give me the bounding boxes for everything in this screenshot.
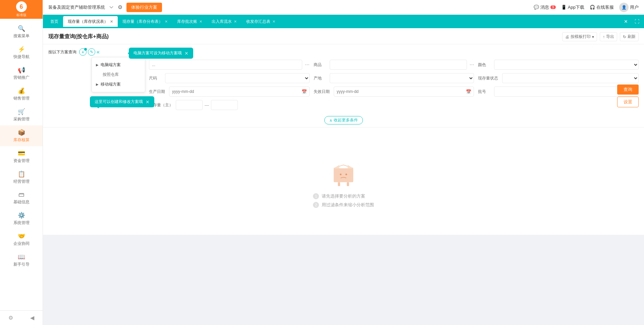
tooltip1-close[interactable]: ✕ (184, 51, 189, 56)
sidebar-bottom: ⚙ ◀ (0, 310, 43, 325)
app-download-item[interactable]: 📱 App下载 (561, 4, 584, 10)
filter-size: 尺码 (149, 73, 310, 83)
production-date-calendar-icon[interactable]: 📅 (302, 89, 307, 94)
sidebar-item-inventory[interactable]: 📦 库存核算 (0, 125, 43, 146)
goods-input[interactable] (330, 60, 467, 70)
sidebar-item-basic-info[interactable]: 🗃 基础信息 (0, 188, 43, 208)
topbar-right: 💬 消息 9 📱 App下载 🎧 在线客服 👤 用户 (534, 3, 639, 12)
svg-rect-0 (334, 168, 353, 182)
step-num-2: 2 (313, 202, 319, 208)
sidebar-item-marketing[interactable]: 📢 营销推广 (0, 63, 43, 84)
color-select[interactable] (494, 60, 639, 70)
app-download-label: App下载 (568, 4, 584, 10)
sidebar-item-label: 库存核算 (13, 137, 30, 143)
goods-more-icon[interactable]: ··· (470, 62, 474, 68)
quick-nav-icon: ⚡ (18, 46, 25, 53)
tab-inventory-status[interactable]: 现存量（库存状况表） ✕ (63, 16, 118, 27)
schema-sub-item[interactable]: 按照仓库 (92, 70, 145, 79)
tab-close-batch-ledger[interactable]: ✕ (199, 19, 202, 24)
warehouse-more-icon[interactable]: ··· (305, 62, 309, 68)
svg-point-1 (340, 174, 341, 175)
sidebar-item-finance[interactable]: 💳 资金管理 (0, 146, 43, 167)
sidebar-item-system[interactable]: ⚙️ 系统管理 (0, 208, 43, 229)
export-btn[interactable]: ↑ 导出 (600, 32, 617, 41)
collapse-label: 收起更多条件 (334, 117, 358, 123)
collapse-btn[interactable]: ∧ 收起更多条件 (324, 116, 363, 124)
sidebar-item-management[interactable]: 📋 经营管理 (0, 167, 43, 188)
export-label: 导出 (606, 34, 614, 40)
logo-icon: 6 (16, 1, 27, 12)
tab-inventory-dist[interactable]: 现存量（库存分布表） ✕ (118, 16, 172, 27)
content-inner: 现存量查询(按仓库+商品) 🖨 按模板打印 ▾ ↑ 导出 ↻ 刷新 (43, 28, 644, 235)
warehouse-input[interactable] (149, 60, 302, 70)
tooltip2-close[interactable]: ✕ (146, 99, 150, 105)
tab-batch-ledger[interactable]: 库存批次账 ✕ (172, 16, 207, 27)
tab-collect-summary-label: 收发存汇总表 (246, 19, 270, 24)
topbar-settings-icon[interactable]: ⚙ (118, 4, 122, 10)
close-all-tabs-btn[interactable]: ✕ (622, 18, 630, 25)
back-arrow-btn[interactable]: « (97, 49, 100, 55)
origin-label: 产地 (314, 75, 327, 81)
filter-section-label: 按以下方案查询 (48, 49, 76, 55)
svg-rect-3 (338, 182, 340, 186)
chevron-up-icon: ∧ (329, 118, 332, 123)
add-schema-btn[interactable]: + (79, 48, 87, 56)
tab-close-inventory-status[interactable]: ✕ (110, 19, 113, 24)
reset-btn[interactable]: 设置 (617, 97, 639, 107)
online-support-item[interactable]: 🎧 在线客服 (590, 4, 614, 10)
size-select[interactable] (165, 73, 310, 83)
batch-label: 批号 (478, 89, 491, 95)
inventory-status-select[interactable] (502, 73, 639, 83)
sidebar-item-search-menu[interactable]: 🔍 搜索菜单 (0, 21, 43, 42)
sidebar-menu: 🔍 搜索菜单 ⚡ 快捷导航 📢 营销推广 💰 销售管理 🛒 采购管理 📦 库存核… (0, 19, 43, 310)
expand-icon2: ▶ (96, 83, 99, 86)
size-label: 尺码 (149, 75, 162, 81)
expiry-date-input[interactable] (334, 87, 474, 97)
message-item[interactable]: 💬 消息 9 (534, 4, 556, 10)
empty-steps: 1 请先选择要分析的方案 2 用过滤条件来缩小分析范围 (313, 193, 374, 208)
production-date-input[interactable] (169, 87, 310, 97)
sidebar: 6 标准版 🔍 搜索菜单 ⚡ 快捷导航 📢 营销推广 💰 销售管理 🛒 采购管理… (0, 0, 43, 325)
system-title: 装备及固定资产辅助管理系统 (48, 4, 105, 10)
tab-close-inventory-dist[interactable]: ✕ (165, 19, 168, 24)
collapse-sidebar-icon[interactable]: ◀ (30, 315, 34, 321)
origin-select[interactable] (330, 73, 474, 83)
sidebar-item-quick-nav[interactable]: ⚡ 快捷导航 (0, 42, 43, 63)
inventory-max-input[interactable] (211, 100, 238, 110)
filter-icons: + ✎ « (79, 48, 100, 56)
message-label: 消息 (540, 4, 549, 10)
sidebar-item-purchase[interactable]: 🛒 采购管理 (0, 105, 43, 125)
tabs-right-controls: ✕ ⛶ (622, 18, 641, 25)
filter-goods: 商品 ··· (314, 60, 474, 70)
maximize-btn[interactable]: ⛶ (633, 18, 641, 25)
print-btn[interactable]: 🖨 按模板打印 ▾ (562, 32, 597, 41)
main-area: 装备及固定资产辅助管理系统 ⚙ 体验行业方案 💬 消息 9 📱 App下载 🎧 … (43, 0, 644, 325)
expiry-date-calendar-icon[interactable]: 📅 (466, 89, 471, 94)
edit-schema-btn[interactable]: ✎ (88, 48, 95, 56)
tab-home[interactable]: 首页 (46, 16, 63, 27)
tab-close-collect-summary[interactable]: ✕ (272, 19, 275, 24)
tab-close-in-out-flow[interactable]: ✕ (234, 19, 237, 24)
enterprise-icon: 🤝 (18, 232, 25, 240)
dropdown-icon (109, 5, 114, 10)
user-item[interactable]: 👤 用户 (619, 3, 639, 12)
mobile-schema-item[interactable]: ▶ 移动端方案 (92, 79, 145, 89)
desktop-schema-item[interactable]: ▶ 电脑端方案 (92, 60, 145, 70)
tab-batch-ledger-label: 库存批次账 (177, 19, 197, 24)
sidebar-item-label: 新手引导 (13, 262, 30, 267)
basic-info-icon: 🗃 (18, 191, 24, 198)
settings-icon[interactable]: ⚙ (8, 315, 13, 321)
tab-collect-summary[interactable]: 收发存汇总表 ✕ (241, 16, 280, 27)
refresh-btn[interactable]: ↻ 刷新 (620, 32, 639, 41)
sidebar-item-guide[interactable]: 📖 新手引导 (0, 250, 43, 271)
inventory-min-input[interactable] (176, 100, 203, 110)
sidebar-item-label: 销售管理 (13, 96, 30, 101)
industry-btn[interactable]: 体验行业方案 (126, 3, 162, 12)
sidebar-item-sales[interactable]: 💰 销售管理 (0, 84, 43, 105)
tab-in-out-flow[interactable]: 出入库流水 ✕ (207, 16, 241, 27)
search-btn[interactable]: 查询 (617, 85, 639, 95)
schema-sub-label: 按照仓库 (100, 72, 141, 77)
sidebar-item-enterprise[interactable]: 🤝 企业协同 (0, 229, 43, 250)
message-badge: 9 (550, 5, 556, 9)
filter-row-2: 尺码 产地 现存量状态 (149, 73, 639, 83)
